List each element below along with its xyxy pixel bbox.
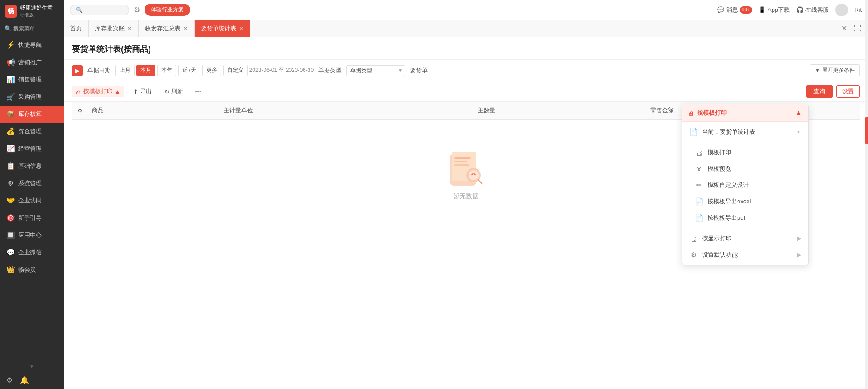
settings-bottom-icon[interactable]: ⚙ bbox=[6, 376, 13, 384]
dropdown-template-preview[interactable]: 👁 模板预览 bbox=[682, 161, 808, 177]
sidebar-item-label: 畅会员 bbox=[18, 266, 36, 274]
tab-batch-account[interactable]: 库存批次账 ✕ bbox=[89, 20, 139, 37]
print-template-btn[interactable]: 🖨 按模板打印 ▲ bbox=[72, 86, 124, 97]
th-quantity: 主数量 bbox=[474, 102, 647, 120]
current-arrow: ▼ bbox=[796, 129, 801, 135]
topbar-search[interactable]: 🔍 bbox=[70, 5, 129, 15]
sound-bottom-icon[interactable]: 🔔 bbox=[20, 376, 29, 384]
print-label: 按模板打印 bbox=[83, 87, 113, 96]
sidebar-scroll-down[interactable]: ▼ bbox=[0, 362, 64, 371]
empty-text: 暂无数据 bbox=[453, 192, 479, 201]
sidebar-item-quick-nav[interactable]: ⚡ 快捷导航 bbox=[0, 36, 64, 54]
action-toolbar: 🖨 按模板打印 ▲ ⬆ 导出 ↻ 刷新 ••• 查询 设置 bbox=[64, 81, 868, 102]
export-icon: ⬆ bbox=[133, 88, 138, 95]
messages-action[interactable]: 💬 消息 99+ bbox=[717, 6, 752, 14]
tab-close-btn[interactable]: ✕ bbox=[838, 23, 850, 35]
dropdown-display-print[interactable]: 🖨 按显示打印 ▶ bbox=[682, 230, 808, 247]
app-download-action[interactable]: 📱 App下载 bbox=[758, 6, 790, 14]
tab-order-close[interactable]: ✕ bbox=[239, 25, 244, 32]
online-service-action[interactable]: 🎧 在线客服 bbox=[796, 6, 829, 14]
default-function-arrow: ▶ bbox=[797, 252, 801, 258]
query-btn[interactable]: 查询 bbox=[806, 85, 833, 98]
template-print-icon: 🖨 bbox=[695, 149, 703, 157]
date-btn-more[interactable]: 更多 bbox=[202, 65, 221, 76]
sidebar-item-sales[interactable]: 📊 销售管理 bbox=[0, 71, 64, 88]
date-btn-7days[interactable]: 近7天 bbox=[178, 65, 200, 76]
toolbar-more-btn[interactable]: ••• bbox=[192, 86, 204, 97]
dropdown-template-print[interactable]: 🖨 模板打印 bbox=[682, 144, 808, 161]
print-dropdown: 🖨 按模板打印 ▲ 📄 当前：要货单统计表 ▼ 🖨 模板打印 👁 bbox=[682, 104, 809, 265]
operation-icon: 📈 bbox=[6, 145, 15, 153]
print-dropdown-close-btn[interactable]: ▲ bbox=[795, 109, 802, 117]
user-avatar[interactable] bbox=[835, 4, 848, 16]
date-btn-this-month[interactable]: 本月 bbox=[136, 65, 155, 76]
sidebar-item-wechat[interactable]: 💬 企业微信 bbox=[0, 244, 64, 261]
sidebar-item-system[interactable]: ⚙ 系统管理 bbox=[0, 175, 64, 192]
page-header: 要货单统计表(按商品) bbox=[64, 37, 868, 60]
sidebar-item-finance[interactable]: 💰 资金管理 bbox=[0, 123, 64, 140]
dropdown-default-function[interactable]: ⚙ 设置默认功能 ▶ bbox=[682, 247, 808, 263]
dropdown-export-excel[interactable]: 📄 按模板导出excel bbox=[682, 193, 808, 210]
dropdown-export-pdf[interactable]: 📄 按模板导出pdf bbox=[682, 210, 808, 226]
sidebar-item-purchase[interactable]: 🛒 采购管理 bbox=[0, 88, 64, 106]
sidebar-item-operation[interactable]: 📈 经营管理 bbox=[0, 140, 64, 157]
display-print-label: 按显示打印 bbox=[702, 234, 793, 242]
app-name: 畅康通好生意 bbox=[20, 5, 53, 12]
date-btn-this-year[interactable]: 本年 bbox=[157, 65, 176, 76]
right-scrollbar[interactable] bbox=[865, 0, 868, 389]
settings-btn[interactable]: 设置 bbox=[836, 85, 860, 98]
messages-label: 消息 bbox=[726, 6, 738, 14]
export-excel-icon: 📄 bbox=[695, 197, 703, 206]
sidebar-item-guide[interactable]: 🎯 新手引导 bbox=[0, 209, 64, 227]
dropdown-current-item[interactable]: 📄 当前：要货单统计表 ▼ bbox=[682, 124, 808, 140]
tab-receipts-summary[interactable]: 收发存汇总表 ✕ bbox=[139, 20, 195, 37]
export-btn[interactable]: ⬆ 导出 bbox=[130, 86, 155, 97]
experience-btn[interactable]: 体验行业方案 bbox=[145, 4, 190, 16]
tab-batch-close[interactable]: ✕ bbox=[127, 25, 132, 32]
expand-more-label: 展开更多条件 bbox=[822, 66, 855, 74]
sidebar-item-basic[interactable]: 📋 基础信息 bbox=[0, 157, 64, 175]
tab-order-label: 要货单统计表 bbox=[201, 25, 236, 33]
app-logo-icon: 畅 bbox=[5, 5, 17, 18]
tab-home[interactable]: 首页 bbox=[64, 20, 89, 37]
basic-icon: 📋 bbox=[6, 162, 15, 170]
scrollbar-thumb[interactable] bbox=[865, 117, 868, 144]
date-btn-last-month[interactable]: 上月 bbox=[115, 65, 135, 76]
tab-receipts-close[interactable]: ✕ bbox=[183, 25, 188, 32]
dropdown-template-custom[interactable]: ✏ 模板自定义设计 bbox=[682, 177, 808, 193]
refresh-btn[interactable]: ↻ 刷新 bbox=[161, 86, 187, 97]
app-name-block: 畅康通好生意 标准版 bbox=[20, 5, 53, 18]
filter-expand-btn[interactable]: ▶ bbox=[72, 65, 83, 76]
export-pdf-label: 按模板导出pdf bbox=[708, 214, 801, 222]
sidebar-item-member[interactable]: 👑 畅会员 bbox=[0, 261, 64, 278]
tab-order-stats[interactable]: 要货单统计表 ✕ bbox=[195, 20, 250, 37]
date-btn-custom[interactable]: 自定义 bbox=[223, 65, 248, 76]
sidebar: 畅 畅康通好生意 标准版 🔍 搜索菜单 ⚡ 快捷导航 📢 营销推广 📊 销售管理… bbox=[0, 0, 64, 389]
svg-rect-2 bbox=[454, 157, 471, 159]
sidebar-item-marketing[interactable]: 📢 营销推广 bbox=[0, 54, 64, 71]
th-gear[interactable]: ⚙ bbox=[72, 102, 88, 120]
sidebar-item-apps[interactable]: 🔲 应用中心 bbox=[0, 227, 64, 244]
search-label: 搜索菜单 bbox=[13, 25, 35, 33]
app-version: 标准版 bbox=[20, 12, 53, 18]
sidebar-nav: ⚡ 快捷导航 📢 营销推广 📊 销售管理 🛒 采购管理 📦 库存核算 💰 资金管… bbox=[0, 36, 64, 362]
th-product: 商品 bbox=[88, 102, 220, 120]
main-area: 🔍 ⚙ 体验行业方案 💬 消息 99+ 📱 App下载 🎧 在线客服 Rit bbox=[64, 0, 868, 389]
topbar-gear-icon[interactable]: ⚙ bbox=[134, 5, 140, 14]
service-icon: 🎧 bbox=[796, 6, 803, 13]
sidebar-search[interactable]: 🔍 搜索菜单 bbox=[0, 21, 64, 36]
page-title: 要货单统计表(按商品) bbox=[72, 44, 860, 55]
sidebar-item-enterprise[interactable]: 🤝 企业协同 bbox=[0, 192, 64, 209]
tabbar-right: ✕ ⛶ bbox=[838, 23, 868, 35]
sidebar-item-label: 企业协同 bbox=[18, 197, 42, 205]
tab-maximize-btn[interactable]: ⛶ bbox=[852, 23, 863, 35]
svg-rect-4 bbox=[454, 164, 469, 166]
expand-more-btn[interactable]: ▼ 展开更多条件 bbox=[810, 64, 860, 76]
sidebar-logo: 畅 畅康通好生意 标准版 bbox=[0, 0, 64, 21]
username-label: Rit bbox=[854, 6, 862, 13]
print-header-icon: 🖨 bbox=[688, 110, 694, 116]
filter-right: ▼ 展开更多条件 bbox=[810, 64, 860, 76]
apps-icon: 🔲 bbox=[6, 231, 15, 239]
order-type-select[interactable]: 单据类型 bbox=[346, 65, 405, 76]
sidebar-item-inventory[interactable]: 📦 库存核算 bbox=[0, 106, 64, 123]
